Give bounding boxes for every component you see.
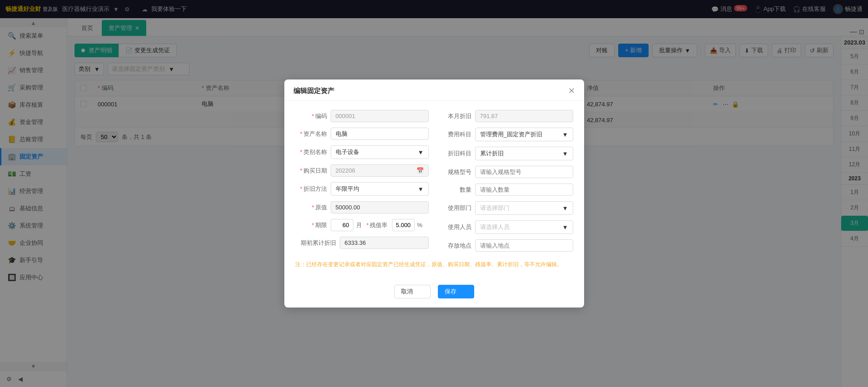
department-select[interactable]: 请选择部门 ▼ bbox=[475, 201, 573, 215]
field-quantity: 数量 bbox=[440, 184, 573, 196]
field-monthly-depreciation: 本月折旧 bbox=[440, 110, 573, 122]
field-period-residual: *期限 月 *残值率 % bbox=[295, 219, 429, 231]
modal-header: 编辑固定资产 ✕ bbox=[284, 79, 584, 101]
modal-overlay: 编辑固定资产 ✕ *编码 *资产名称 bbox=[0, 0, 868, 387]
period-input[interactable] bbox=[331, 219, 353, 231]
field-original-value: *原值 bbox=[295, 201, 429, 213]
modal-note: 注：已经存在变更记录或者对应固定资产已经生成凭证，原值、购买日期、残值率、累计折… bbox=[295, 257, 573, 269]
field-depreciation-method: *折旧方法 年限平均 ▼ bbox=[295, 182, 429, 196]
field-asset-name: *资产名称 bbox=[295, 128, 429, 140]
depreciation-account-dropdown-icon: ▼ bbox=[562, 150, 568, 157]
field-expense-account: 费用科目 管理费用_固定资产折旧 ▼ bbox=[440, 128, 573, 141]
period-unit: 月 bbox=[356, 221, 362, 229]
form-col-left: *编码 *资产名称 *类别名称 电子设备 ▼ bbox=[295, 110, 429, 257]
edit-asset-modal: 编辑固定资产 ✕ *编码 *资产名称 bbox=[284, 79, 584, 308]
field-location: 存放地点 bbox=[440, 239, 573, 252]
quantity-input[interactable] bbox=[475, 184, 573, 196]
modal-footer: 取消 保存 bbox=[284, 278, 584, 308]
category-select[interactable]: 电子设备 ▼ bbox=[331, 145, 429, 159]
purchase-date-value: 202206 bbox=[336, 167, 355, 174]
field-initial-accumulated: 期初累计折旧 bbox=[295, 237, 429, 249]
field-spec: 规格型号 bbox=[440, 166, 573, 178]
person-dropdown-icon: ▼ bbox=[562, 224, 568, 231]
location-input[interactable] bbox=[475, 239, 573, 252]
department-dropdown-icon: ▼ bbox=[562, 205, 568, 212]
code-input[interactable] bbox=[331, 110, 429, 122]
modal-body: *编码 *资产名称 *类别名称 电子设备 ▼ bbox=[284, 101, 584, 278]
spec-input[interactable] bbox=[475, 166, 573, 178]
category-dropdown-icon: ▼ bbox=[418, 149, 424, 156]
form-col-right: 本月折旧 费用科目 管理费用_固定资产折旧 ▼ 折旧科目 bbox=[440, 110, 573, 257]
person-select[interactable]: 请选择人员 ▼ bbox=[475, 220, 573, 234]
save-btn[interactable]: 保存 bbox=[438, 285, 474, 298]
expense-account-dropdown-icon: ▼ bbox=[562, 131, 568, 138]
field-person: 使用人员 请选择人员 ▼ bbox=[440, 220, 573, 234]
field-category: *类别名称 电子设备 ▼ bbox=[295, 145, 429, 159]
depreciation-account-select[interactable]: 累计折旧 ▼ bbox=[475, 147, 573, 160]
initial-accumulated-input[interactable] bbox=[340, 237, 429, 249]
depreciation-dropdown-icon: ▼ bbox=[418, 186, 424, 193]
monthly-depreciation-input bbox=[475, 110, 573, 122]
cancel-btn[interactable]: 取消 bbox=[394, 285, 431, 298]
asset-name-input[interactable] bbox=[331, 128, 429, 140]
residual-unit: % bbox=[417, 222, 423, 228]
original-value-input[interactable] bbox=[331, 201, 429, 213]
field-code: *编码 bbox=[295, 110, 429, 122]
residual-rate-input[interactable] bbox=[392, 219, 415, 231]
expense-account-select[interactable]: 管理费用_固定资产折旧 ▼ bbox=[475, 128, 573, 141]
modal-form: *编码 *资产名称 *类别名称 电子设备 ▼ bbox=[295, 110, 573, 257]
depreciation-method-select[interactable]: 年限平均 ▼ bbox=[331, 182, 429, 196]
field-purchase-date: *购买日期 202206 📅 bbox=[295, 164, 429, 177]
modal-title: 编辑固定资产 bbox=[293, 87, 334, 95]
field-department: 使用部门 请选择部门 ▼ bbox=[440, 201, 573, 215]
modal-close-btn[interactable]: ✕ bbox=[568, 86, 575, 96]
calendar-icon[interactable]: 📅 bbox=[417, 167, 424, 174]
field-depreciation-account: 折旧科目 累计折旧 ▼ bbox=[440, 147, 573, 160]
